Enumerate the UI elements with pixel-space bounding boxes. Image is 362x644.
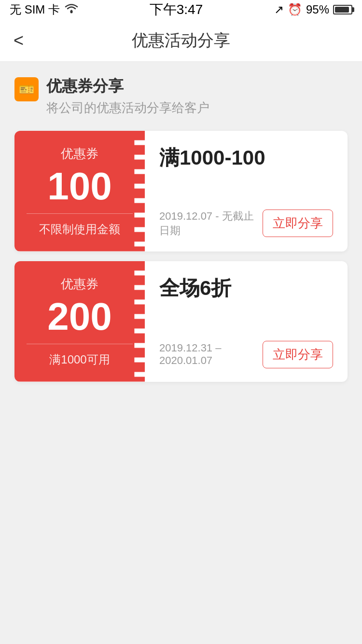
coupon-tag-2: 优惠券 <box>61 276 98 293</box>
status-bar-right: ↗ ⏰ 95% <box>274 3 352 16</box>
coupon-name-2: 全场6折 <box>159 275 333 302</box>
coupon-date-2: 2019.12.31 – 2020.01.07 <box>159 342 258 367</box>
svg-point-0 <box>70 11 73 14</box>
coupon-name-1: 满1000-100 <box>159 144 333 171</box>
battery-percent: 95% <box>306 3 329 16</box>
coupon-left-2: 优惠券 200 满1000可用 <box>14 261 145 382</box>
section-title: 优惠券分享 <box>46 76 209 97</box>
coupon-right-2: 全场6折 2019.12.31 – 2020.01.07 立即分享 <box>145 261 348 382</box>
coupon-condition-2: 满1000可用 <box>49 352 110 367</box>
coupon-icon: 🎫 <box>19 82 34 97</box>
coupon-divider-1 <box>27 213 133 214</box>
battery-icon <box>333 5 352 14</box>
coupon-condition-1: 不限制使用金额 <box>39 222 120 237</box>
time-label: 下午3:47 <box>150 0 203 19</box>
coupon-amount-1: 100 <box>47 167 111 206</box>
alarm-icon: ⏰ <box>288 3 302 16</box>
nav-bar: < 优惠活动分享 <box>0 19 362 62</box>
share-button-1[interactable]: 立即分享 <box>263 210 333 237</box>
coupon-card-2: 优惠券 200 满1000可用 全场6折 2019.12.31 – 2020.0… <box>14 261 348 382</box>
section-icon: 🎫 <box>14 77 39 101</box>
section-header: 🎫 优惠券分享 将公司的优惠活动分享给客户 <box>0 62 362 126</box>
page-title: 优惠活动分享 <box>132 29 230 52</box>
location-icon: ↗ <box>274 3 284 16</box>
coupon-list: 优惠券 100 不限制使用金额 满1000-100 2019.12.07 - 无… <box>0 126 362 396</box>
coupon-bottom-2: 2019.12.31 – 2020.01.07 立即分享 <box>159 341 333 368</box>
wifi-icon <box>65 3 78 16</box>
status-bar: 无 SIM 卡 下午3:47 ↗ ⏰ 95% <box>0 0 362 19</box>
section-text: 优惠券分享 将公司的优惠活动分享给客户 <box>46 76 209 116</box>
coupon-date-1: 2019.12.07 - 无截止日期 <box>159 209 258 238</box>
empty-space <box>0 396 362 644</box>
carrier-label: 无 SIM 卡 <box>10 2 60 17</box>
coupon-card-1: 优惠券 100 不限制使用金额 满1000-100 2019.12.07 - 无… <box>14 131 348 252</box>
coupon-amount-2: 200 <box>47 297 111 336</box>
status-bar-left: 无 SIM 卡 <box>10 2 78 17</box>
coupon-left-1: 优惠券 100 不限制使用金额 <box>14 131 145 252</box>
coupon-tag-1: 优惠券 <box>61 145 98 162</box>
back-button[interactable]: < <box>14 30 24 51</box>
share-button-2[interactable]: 立即分享 <box>263 341 333 368</box>
coupon-divider-2 <box>27 344 133 344</box>
coupon-bottom-1: 2019.12.07 - 无截止日期 立即分享 <box>159 209 333 238</box>
section-subtitle: 将公司的优惠活动分享给客户 <box>46 99 209 116</box>
coupon-right-1: 满1000-100 2019.12.07 - 无截止日期 立即分享 <box>145 131 348 252</box>
